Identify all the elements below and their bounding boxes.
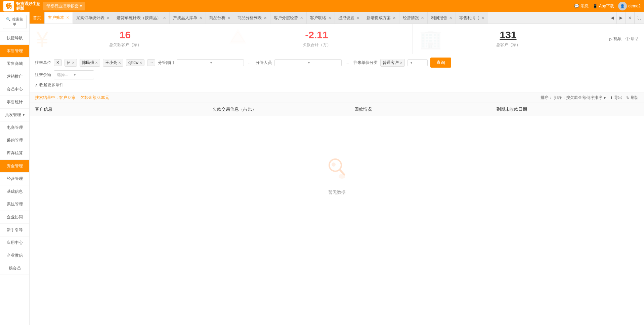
sidebar-item-enterprise-wechat[interactable]: 企业微信 bbox=[0, 249, 29, 262]
top-bar-right: 💬 消息 📱 App下载 👤 demo2 bbox=[574, 2, 641, 10]
filter-tag-more[interactable]: ··· bbox=[147, 59, 155, 66]
result-actions: 排序： 排序：按欠款金额倒序排序 ▾ ⬆ 导出 ↻ 刷新 bbox=[541, 95, 639, 101]
close-icon[interactable]: ✕ bbox=[163, 16, 166, 20]
chevron-up-icon: ∧ bbox=[35, 83, 38, 87]
help-button[interactable]: ⓘ 帮助 bbox=[626, 36, 639, 42]
tab-scroll-right[interactable]: ▶ bbox=[616, 12, 625, 24]
user-avatar[interactable]: 👤 demo2 bbox=[618, 2, 641, 10]
filter-tag-category[interactable]: 普通客户 ✕ bbox=[380, 59, 405, 67]
top-bar-left: 畅 畅捷通好生意 标版 母婴行业演示帐套 ▾ bbox=[3, 1, 85, 11]
sidebar-item-basic-info[interactable]: 基础信息 bbox=[0, 185, 29, 198]
filter-tag-unit-chen[interactable]: 陈民强 ✕ bbox=[80, 59, 100, 67]
sidebar-item-retail-stats[interactable]: 零售统计 bbox=[0, 96, 29, 109]
tab-customer-contact[interactable]: 客户联络 ✕ bbox=[307, 12, 335, 24]
top-bar: 畅 畅捷通好生意 标版 母婴行业演示帐套 ▾ 💬 消息 📱 App下载 👤 de… bbox=[0, 0, 644, 12]
stat-total-clients: 🏢 131 总客户（家） bbox=[413, 24, 604, 54]
balance-label: 往来余额 bbox=[35, 72, 51, 78]
table-col-debt: 欠款交易信息（占比） bbox=[213, 106, 355, 112]
sidebar-item-sys-mgmt[interactable]: 系统管理 bbox=[0, 198, 29, 211]
stat-value-clients: 131 bbox=[500, 30, 516, 40]
close-icon[interactable]: ✕ bbox=[300, 16, 303, 20]
sidebar-item-wholesale[interactable]: 批发管理 ▾ bbox=[0, 109, 29, 121]
chevron-down-icon: ▾ bbox=[604, 96, 606, 100]
collapse-button[interactable]: ∧ 收起更多条件 bbox=[35, 82, 639, 88]
close-icon[interactable]: ✕ bbox=[328, 16, 331, 20]
tab-customer-accounts[interactable]: 客户账本 ✕ bbox=[45, 12, 73, 24]
tab-scroll-left[interactable]: ◀ bbox=[608, 12, 616, 24]
tab-product-analysis-list[interactable]: 商品分析列表 ✕ bbox=[234, 12, 270, 24]
category-select[interactable]: ▾ bbox=[407, 59, 428, 66]
tab-promotion-settings[interactable]: 提成设置 ✕ bbox=[335, 12, 363, 24]
svg-point-4 bbox=[332, 162, 336, 167]
tab-product-inbound[interactable]: 产成品入库单 ✕ bbox=[170, 12, 206, 24]
close-icon[interactable]: ✕ bbox=[481, 16, 484, 20]
close-icon[interactable]: ✕ bbox=[393, 16, 396, 20]
query-button[interactable]: 查询 bbox=[430, 58, 451, 68]
sidebar-item-ecommerce[interactable]: 电商管理 bbox=[0, 121, 29, 134]
tab-maximize[interactable]: ⛶ bbox=[634, 12, 644, 24]
person-select[interactable]: ▾ bbox=[274, 59, 342, 66]
stat-label-debt: 欠款合计（万） bbox=[303, 42, 331, 48]
close-icon[interactable]: ✕ bbox=[227, 16, 230, 20]
sidebar-item-marketing[interactable]: 营销推广 bbox=[0, 70, 29, 83]
close-icon[interactable]: ✕ bbox=[66, 15, 69, 20]
tag-close-icon[interactable]: ✕ bbox=[95, 61, 98, 65]
tab-purchase-stats[interactable]: 采购订单统计表 ✕ bbox=[73, 12, 113, 24]
balance-select[interactable]: 选择... ▾ bbox=[54, 70, 94, 79]
export-button[interactable]: ⬆ 导出 bbox=[610, 95, 622, 101]
stat-bg-icon-clients: 🏢 bbox=[419, 28, 442, 50]
tab-home[interactable]: 首页 bbox=[30, 12, 45, 24]
table-col-date: 到期未收款日期 bbox=[497, 106, 639, 112]
close-icon[interactable]: ✕ bbox=[199, 16, 202, 20]
tab-inbound-stats[interactable]: 进货单统计表（按商品） ✕ bbox=[113, 12, 170, 24]
close-icon[interactable]: ✕ bbox=[421, 16, 424, 20]
sidebar-item-inventory[interactable]: 库存核算 bbox=[0, 147, 29, 160]
filter-tag-unit-x[interactable]: ✕ bbox=[54, 59, 62, 66]
tab-operation-status[interactable]: 经营情况 ✕ bbox=[399, 12, 428, 24]
logo-icon: 畅 bbox=[3, 1, 14, 11]
sidebar-item-purchase[interactable]: 采购管理 bbox=[0, 134, 29, 147]
stat-label-customers: 总欠款客户（家） bbox=[109, 42, 141, 48]
department-select[interactable]: ▾ bbox=[177, 59, 244, 66]
tag-close-icon[interactable]: ✕ bbox=[72, 61, 75, 65]
tab-customer-segment[interactable]: 客户分层经营 ✕ bbox=[270, 12, 307, 24]
tab-profit-report[interactable]: 利润报告 ✕ bbox=[428, 12, 456, 24]
filter-tag-unit-cjttcw[interactable]: cjttcw ✕ bbox=[126, 59, 144, 66]
sidebar-item-finance[interactable]: 资金管理 bbox=[0, 160, 29, 173]
tab-retail-profit[interactable]: 零售利润（ ✕ bbox=[456, 12, 488, 24]
video-button[interactable]: ▷ 视频 bbox=[609, 36, 621, 42]
close-icon[interactable]: ✕ bbox=[356, 16, 359, 20]
tag-close-icon[interactable]: ✕ bbox=[139, 61, 142, 65]
sidebar-item-retail[interactable]: 零售管理 bbox=[0, 45, 29, 58]
stat-value-customers: 16 bbox=[120, 30, 131, 40]
sidebar-item-vip-member[interactable]: 畅会员 bbox=[0, 262, 29, 275]
filter-tag-unit-wang[interactable]: 王小亮 ✕ bbox=[103, 59, 123, 67]
search-menu-button[interactable]: 🔍 搜索菜单 bbox=[3, 15, 27, 29]
sidebar-item-member[interactable]: 会员中心 bbox=[0, 83, 29, 96]
refresh-button[interactable]: ↻ 刷新 bbox=[626, 95, 639, 101]
message-button[interactable]: 💬 消息 bbox=[574, 3, 589, 9]
sort-selector[interactable]: 排序： 排序：按欠款金额倒序排序 ▾ bbox=[541, 95, 606, 101]
close-icon[interactable]: ✕ bbox=[106, 16, 110, 20]
sidebar-item-app-center[interactable]: 应用中心 bbox=[0, 237, 29, 249]
sidebar-item-retail-mall[interactable]: 零售商城 bbox=[0, 58, 29, 70]
tag-close-icon[interactable]: ✕ bbox=[400, 61, 402, 65]
sidebar: 🔍 搜索菜单 快捷导航 零售管理 零售商城 营销推广 会员中心 零售统计 批发管… bbox=[0, 12, 30, 325]
search-icon: 🔍 bbox=[6, 17, 11, 21]
tab-close-all[interactable]: ✕ bbox=[625, 12, 634, 24]
sidebar-item-quick-nav[interactable]: 快捷导航 bbox=[0, 32, 29, 45]
sidebar-item-enterprise-collab[interactable]: 企业协同 bbox=[0, 211, 29, 224]
tab-product-analysis[interactable]: 商品分析 ✕ bbox=[206, 12, 234, 24]
sidebar-item-new-guide[interactable]: 新手引导 bbox=[0, 224, 29, 237]
app-download-button[interactable]: 📱 App下载 bbox=[593, 3, 614, 9]
empty-state: 暂无数据 bbox=[317, 134, 357, 216]
sidebar-item-operation-mgmt[interactable]: 经营管理 bbox=[0, 173, 29, 185]
close-icon[interactable]: ✕ bbox=[264, 16, 267, 20]
person-more-options[interactable]: ... bbox=[344, 60, 351, 66]
filter-tag-unit-wu[interactable]: 伍 ✕ bbox=[65, 59, 77, 67]
account-dropdown[interactable]: 母婴行业演示帐套 ▾ bbox=[43, 2, 85, 10]
tag-close-icon[interactable]: ✕ bbox=[118, 61, 121, 65]
tab-new-promotion-plan[interactable]: 新增提成方案 ✕ bbox=[363, 12, 399, 24]
department-more-options[interactable]: ... bbox=[247, 60, 253, 66]
close-icon[interactable]: ✕ bbox=[449, 16, 452, 20]
